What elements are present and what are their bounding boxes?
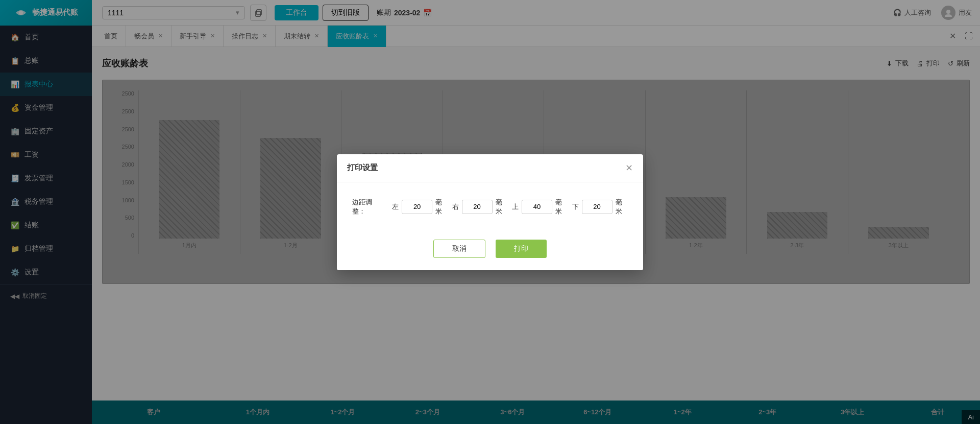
- cancel-button[interactable]: 取消: [433, 240, 485, 258]
- bottom-direction-label: 下: [572, 202, 579, 211]
- top-margin-group: 上 毫米: [512, 198, 568, 216]
- left-direction-label: 左: [392, 202, 399, 211]
- top-margin-input[interactable]: [522, 200, 552, 214]
- dialog-body: 边距调整： 左 毫米 右 毫米 上 毫米 下: [337, 182, 643, 231]
- bottom-margin-group: 下 毫米: [572, 198, 628, 216]
- dialog-close-button[interactable]: ✕: [625, 162, 633, 174]
- right-margin-group: 右 毫米: [452, 198, 508, 216]
- margin-label: 边距调整：: [352, 198, 385, 216]
- print-confirm-button[interactable]: 打印: [496, 240, 547, 258]
- dialog-header: 打印设置 ✕: [337, 154, 643, 182]
- right-margin-input[interactable]: [462, 200, 493, 214]
- dialog-footer: 取消 打印: [337, 231, 643, 270]
- left-margin-input[interactable]: [402, 200, 432, 214]
- right-unit-label: 毫米: [496, 198, 508, 216]
- bottom-margin-input[interactable]: [582, 200, 612, 214]
- right-direction-label: 右: [452, 202, 459, 211]
- dialog-title: 打印设置: [347, 163, 378, 173]
- dialog-overlay: 打印设置 ✕ 边距调整： 左 毫米 右 毫米 上 毫米: [0, 0, 980, 424]
- bottom-unit-label: 毫米: [616, 198, 628, 216]
- left-unit-label: 毫米: [435, 198, 448, 216]
- top-direction-label: 上: [512, 202, 519, 211]
- print-settings-dialog: 打印设置 ✕ 边距调整： 左 毫米 右 毫米 上 毫米: [337, 154, 643, 270]
- top-unit-label: 毫米: [555, 198, 568, 216]
- left-margin-group: 左 毫米: [392, 198, 448, 216]
- margin-form-row: 边距调整： 左 毫米 右 毫米 上 毫米 下: [352, 198, 628, 216]
